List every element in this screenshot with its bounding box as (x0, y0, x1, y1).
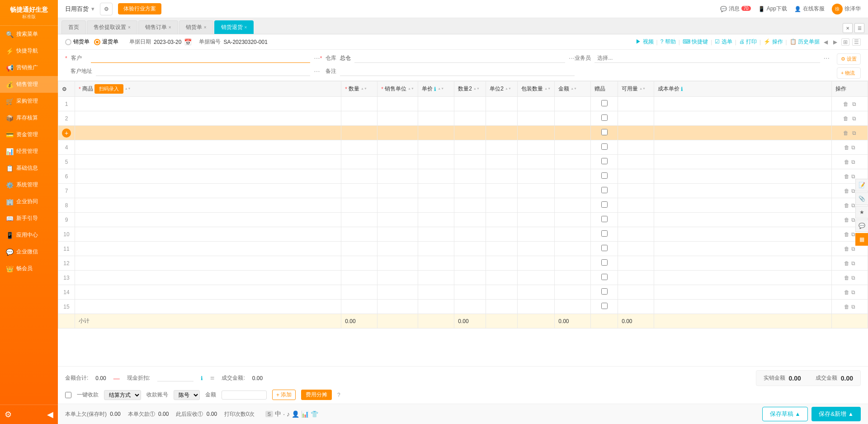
product-cell[interactable] (75, 242, 341, 256)
unit2-cell[interactable] (486, 111, 518, 126)
sidebar-item-sales[interactable]: 💰 销售管理 (0, 76, 58, 93)
sidebar-item-app-center[interactable]: 📱 应用中心 (0, 227, 58, 243)
delete-icon[interactable]: 🗑 (843, 130, 849, 136)
unit2-cell[interactable] (486, 227, 518, 242)
delete-icon[interactable]: 🗑 (844, 246, 849, 252)
cost-price-cell[interactable] (654, 97, 832, 111)
account-select[interactable]: 陈号 (174, 390, 200, 400)
available-cell[interactable] (618, 300, 654, 314)
qty-sort-icon[interactable]: ▲▼ (361, 87, 367, 90)
sidebar-item-finance[interactable]: 💳 资金管理 (0, 126, 58, 143)
qty2-cell[interactable] (454, 126, 486, 140)
delete-icon[interactable]: 🗑 (844, 304, 849, 310)
pack-qty-cell[interactable] (518, 97, 555, 111)
pack-qty-cell[interactable] (518, 213, 555, 227)
delete-icon[interactable]: 🗑 (844, 217, 849, 223)
gift-checkbox[interactable] (601, 114, 608, 121)
radio-sales[interactable]: 销货单 (65, 38, 90, 46)
fee-split-help-icon[interactable]: ? (337, 392, 340, 398)
unit-cell[interactable] (377, 126, 418, 140)
qty-cell[interactable] (341, 184, 377, 198)
table-settings-icon[interactable]: ⚙ (62, 86, 67, 92)
sidebar-item-newbie[interactable]: 📖 新手引导 (0, 210, 58, 227)
amount-sort-icon[interactable]: ▲▼ (571, 87, 577, 90)
next-doc-icon[interactable]: ▶ (832, 39, 839, 45)
amount-cell[interactable] (555, 285, 591, 300)
product-cell[interactable] (75, 111, 341, 126)
available-sort-icon[interactable]: ▲▼ (639, 87, 646, 90)
product-cell[interactable] (75, 285, 341, 300)
unit2-cell[interactable] (486, 300, 518, 314)
qty-cell[interactable] (341, 198, 377, 213)
product-sort-icon[interactable]: ▲▼ (125, 87, 131, 90)
delete-icon[interactable]: 🗑 (844, 144, 849, 151)
header-settings-button[interactable]: ⚙ (100, 3, 113, 15)
sidebar-item-operations[interactable]: 📊 经营管理 (0, 143, 58, 160)
payment-amount-input[interactable] (222, 391, 267, 400)
unit-cell[interactable] (377, 256, 418, 271)
delete-icon[interactable]: 🗑 (844, 231, 849, 238)
tab-price-close-icon[interactable]: × (128, 25, 131, 30)
qty-cell[interactable] (341, 97, 377, 111)
gift-checkbox[interactable] (601, 158, 608, 164)
price-cell[interactable] (418, 198, 454, 213)
tab-home[interactable]: 首页 (61, 20, 86, 34)
product-cell-active[interactable] (75, 126, 341, 140)
product-cell[interactable] (75, 271, 341, 285)
one-click-payment-checkbox[interactable] (65, 392, 71, 398)
amount-cell[interactable] (555, 126, 591, 140)
bottom-icon-5[interactable]: 📊 (301, 410, 309, 418)
qty2-sort-icon[interactable]: ▲▼ (473, 87, 480, 90)
price-cell[interactable] (418, 140, 454, 155)
delete-icon[interactable]: 🗑 (844, 202, 849, 209)
qty-cell[interactable] (341, 111, 377, 126)
amount-cell[interactable] (555, 300, 591, 314)
available-cell[interactable] (618, 256, 654, 271)
price-cell[interactable] (418, 242, 454, 256)
cost-price-cell[interactable] (654, 155, 832, 169)
available-cell[interactable] (618, 198, 654, 213)
bottom-icon-3[interactable]: ♪ (287, 410, 290, 418)
unit2-cell[interactable] (486, 184, 518, 198)
price-cell[interactable] (418, 184, 454, 198)
qty-cell[interactable] (341, 126, 377, 140)
pack-qty-cell[interactable] (518, 111, 555, 126)
price-sort-icon[interactable]: ▲▼ (438, 87, 444, 90)
product-cell[interactable] (75, 169, 341, 184)
discount-input[interactable] (157, 375, 193, 381)
address-input[interactable] (96, 67, 310, 76)
product-cell[interactable] (75, 213, 341, 227)
warehouse-input[interactable] (354, 53, 565, 63)
price-cell[interactable] (418, 155, 454, 169)
amount-cell[interactable] (555, 256, 591, 271)
pack-qty-cell[interactable] (518, 198, 555, 213)
price-cell[interactable] (418, 213, 454, 227)
delete-icon[interactable]: 🗑 (844, 275, 849, 281)
bottom-icon-6[interactable]: 👕 (311, 410, 318, 418)
shortcut-btn[interactable]: ⌨ 快捷键 (683, 38, 708, 46)
copy-icon[interactable]: ⧉ (851, 188, 855, 194)
right-float-scan[interactable]: ▦ (855, 233, 868, 246)
pack-qty-cell[interactable] (518, 271, 555, 285)
price-cell[interactable] (418, 97, 454, 111)
amount-cell[interactable] (555, 140, 591, 155)
info-icon[interactable]: ℹ (201, 375, 203, 381)
payment-method-select[interactable]: 结算方式 (104, 390, 141, 400)
right-float-star[interactable]: ★ (855, 206, 868, 219)
delete-icon[interactable]: 🗑 (844, 188, 849, 194)
gift-checkbox[interactable] (601, 129, 608, 135)
unit2-cell[interactable] (486, 140, 518, 155)
cost-price-cell[interactable] (654, 169, 832, 184)
cost-price-cell[interactable] (654, 126, 832, 140)
product-input-active[interactable] (79, 130, 337, 136)
app-download-item[interactable]: 📱 App下载 (758, 5, 787, 13)
tab-sales-return[interactable]: 销货退货 × (214, 20, 254, 34)
gift-checkbox[interactable] (601, 259, 608, 266)
qty-cell[interactable] (341, 285, 377, 300)
logistics-side-btn[interactable]: + 物流 (837, 67, 861, 79)
delete-icon[interactable]: 🗑 (844, 289, 849, 295)
gift-checkbox[interactable] (601, 288, 608, 295)
unit2-cell[interactable] (486, 97, 518, 111)
cost-price-cell[interactable] (654, 184, 832, 198)
price-cell[interactable] (418, 285, 454, 300)
